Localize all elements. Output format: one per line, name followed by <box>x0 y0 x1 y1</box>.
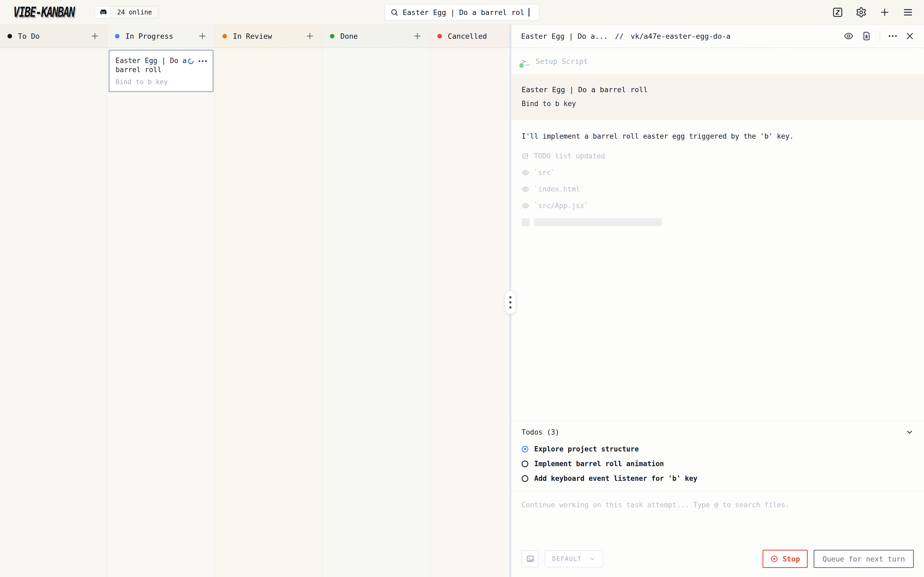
column-body <box>322 48 430 577</box>
ellipsis-icon[interactable] <box>199 59 207 63</box>
setup-script-label: Setup Script <box>536 57 588 66</box>
setup-script-section[interactable]: >_ Setup Script <box>512 48 924 74</box>
status-green-dot <box>519 63 524 68</box>
stop-button[interactable]: Stop <box>762 550 808 568</box>
status-dot <box>8 34 12 39</box>
kanban-board: To Do In Progress Easter Egg | Do a barr… <box>0 24 509 577</box>
todo-pending-icon <box>522 461 528 467</box>
todo-item: Explore project structure <box>522 445 914 453</box>
panel-resize-divider <box>509 24 512 577</box>
task-summary-title: Easter Egg | Do a barrel roll <box>522 85 914 94</box>
composer-input[interactable]: Continue working on this task attempt...… <box>522 501 914 509</box>
task-summary-subtitle: Bind to b key <box>522 100 914 108</box>
column-body <box>430 48 509 577</box>
discord-icon <box>95 6 111 18</box>
panel-header: Easter Egg | Do a... // vk/a47e-easter-e… <box>512 24 924 48</box>
chevron-down-icon <box>905 428 914 437</box>
close-icon[interactable] <box>905 32 914 40</box>
main-area: To Do In Progress Easter Egg | Do a barr… <box>0 24 924 577</box>
todo-text: Implement barrel roll animation <box>534 460 664 468</box>
app-logo[interactable]: VIBE-KANBAN <box>13 4 74 20</box>
branch-name: vk/a47e-easter-egg-do-a <box>631 32 731 40</box>
stop-circle-icon <box>770 555 778 563</box>
column-body: Easter Egg | Do a barrel roll Bind to b … <box>107 48 215 577</box>
todo-text: Add keyboard event listener for 'b' key <box>534 474 697 482</box>
title-branch-divider: // <box>615 32 624 40</box>
checkbox-icon <box>522 152 529 160</box>
column-in-review: In Review <box>215 24 322 577</box>
column-cancelled: Cancelled <box>430 24 509 577</box>
task-detail-panel: Easter Egg | Do a... // vk/a47e-easter-e… <box>512 24 924 577</box>
task-summary: Easter Egg | Do a barrel roll Bind to b … <box>512 74 924 120</box>
menu-icon[interactable] <box>903 7 913 18</box>
ellipsis-icon[interactable] <box>889 34 897 38</box>
event-text: `index.html` <box>534 185 584 193</box>
plus-icon[interactable] <box>412 31 422 41</box>
column-header: Cancelled <box>430 24 509 48</box>
eye-icon[interactable] <box>844 31 853 41</box>
panel-title: Easter Egg | Do a... <box>521 32 608 40</box>
column-header: In Progress <box>107 24 215 48</box>
column-title: In Review <box>233 32 272 40</box>
settings-gear-icon[interactable] <box>856 7 867 18</box>
eye-icon <box>522 185 529 193</box>
event-text: TODO list updated <box>534 152 605 160</box>
task-card[interactable]: Easter Egg | Do a barrel roll Bind to b … <box>108 50 213 92</box>
search-value: Easter Egg | Do a barrel rol <box>403 8 524 16</box>
todos-section: Todos (3) Explore project structure Impl… <box>512 421 924 491</box>
divider <box>880 31 880 42</box>
event-row-file-view[interactable]: `index.html` <box>522 185 914 193</box>
event-row-file-view[interactable]: `src` <box>522 169 914 177</box>
column-to-do: To Do <box>0 24 107 577</box>
profile-select[interactable]: DEFAULT <box>544 550 603 567</box>
topbar: VIBE-KANBAN 24 online Easter Egg | Do a … <box>0 0 924 24</box>
status-dot <box>330 34 334 39</box>
terminal-prompt-icon: >_ <box>522 57 529 66</box>
event-row-todo-updated[interactable]: TODO list updated <box>522 152 914 160</box>
column-header: To Do <box>0 24 107 48</box>
task-card-subtitle: Bind to b key <box>115 78 207 86</box>
diff-file-icon[interactable] <box>862 32 871 40</box>
column-title: To Do <box>18 32 40 40</box>
search-input[interactable]: Easter Egg | Do a barrel rol <box>384 4 540 21</box>
status-dot <box>438 34 442 39</box>
stop-label: Stop <box>783 555 800 563</box>
column-title: In Progress <box>125 32 173 40</box>
spinner-icon <box>187 57 195 66</box>
composer: Continue working on this task attempt...… <box>512 491 924 577</box>
chevron-down-icon <box>589 556 596 562</box>
queue-label: Queue for next turn <box>822 555 905 563</box>
code-logo-icon[interactable] <box>832 7 843 18</box>
todo-in-progress-icon <box>522 446 528 453</box>
column-body <box>215 48 322 577</box>
online-count-label: 24 online <box>111 6 158 18</box>
todos-header[interactable]: Todos (3) <box>522 428 914 437</box>
event-text: `src` <box>534 169 555 177</box>
agent-message: I'll implement a barrel roll easter egg … <box>522 132 914 140</box>
text-caret <box>528 8 529 16</box>
queue-next-turn-button[interactable]: Queue for next turn <box>814 550 914 568</box>
image-icon[interactable] <box>522 550 539 567</box>
conversation-log: I'll implement a barrel roll easter egg … <box>512 120 924 421</box>
profile-value: DEFAULT <box>552 555 582 562</box>
status-dot <box>115 34 120 39</box>
drag-handle[interactable] <box>504 290 516 314</box>
column-in-progress: In Progress Easter Egg | Do a barrel rol… <box>107 24 215 577</box>
plus-icon[interactable] <box>90 31 100 41</box>
column-done: Done <box>322 24 430 577</box>
loading-skeleton <box>522 218 914 226</box>
todo-item: Add keyboard event listener for 'b' key <box>522 474 914 482</box>
todo-pending-icon <box>522 475 528 482</box>
todo-text: Explore project structure <box>534 445 639 453</box>
discord-online-badge[interactable]: 24 online <box>95 6 159 19</box>
add-icon[interactable] <box>879 7 890 18</box>
plus-icon[interactable] <box>197 31 207 41</box>
eye-icon <box>522 202 529 210</box>
column-title: Done <box>340 32 358 40</box>
plus-icon[interactable] <box>305 31 315 41</box>
task-card-title: Easter Egg | Do a barrel roll <box>115 56 188 74</box>
event-row-file-view[interactable]: `src/App.jsx` <box>522 201 914 210</box>
event-text: `src/App.jsx` <box>534 201 588 210</box>
column-body <box>0 48 107 577</box>
topbar-actions <box>832 7 916 18</box>
